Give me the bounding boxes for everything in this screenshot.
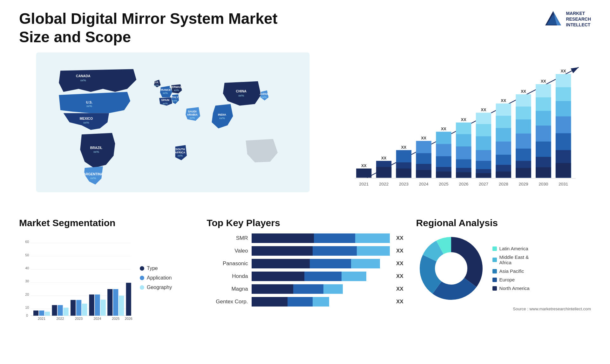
europe-label: Europe [499, 277, 515, 282]
donut-chart [416, 233, 486, 303]
bottom-section: Market Segmentation 60 50 40 30 20 10 0 [19, 218, 591, 338]
svg-text:XX: XX [461, 118, 466, 122]
svg-text:ARABIA: ARABIA [187, 113, 198, 116]
europe-dot [492, 278, 497, 282]
svg-text:40: 40 [25, 266, 29, 270]
svg-rect-140 [82, 304, 87, 316]
regional-content: Latin America Middle East &Africa Asia P… [416, 233, 591, 303]
svg-rect-102 [556, 163, 571, 178]
latin-america-dot [492, 246, 497, 251]
svg-text:xx%: xx% [178, 154, 183, 157]
player-honda: Honda XX [207, 272, 403, 281]
player-smr-value: XX [396, 235, 403, 241]
player-honda-name: Honda [207, 273, 248, 280]
svg-text:xx%: xx% [93, 150, 99, 153]
player-smr-name: SMR [207, 235, 248, 241]
svg-text:XX: XX [421, 136, 426, 140]
svg-rect-44 [396, 169, 411, 178]
legend-europe: Europe [492, 277, 530, 282]
svg-text:2025: 2025 [112, 317, 119, 320]
player-gentex-name: Gentex Corp. [207, 299, 248, 305]
svg-text:GERMANY: GERMANY [170, 85, 184, 89]
svg-point-157 [435, 253, 467, 284]
svg-text:ITALY: ITALY [171, 96, 179, 99]
svg-text:xx%: xx% [80, 78, 86, 82]
regional-legend: Latin America Middle East &Africa Asia P… [492, 246, 530, 291]
svg-text:JAPAN: JAPAN [260, 92, 269, 96]
svg-rect-144 [101, 300, 106, 316]
svg-text:50: 50 [25, 253, 29, 257]
legend-application: Application [140, 275, 181, 281]
segmentation-title: Market Segmentation [19, 218, 194, 228]
svg-rect-62 [456, 172, 471, 178]
svg-text:2027: 2027 [479, 182, 488, 186]
svg-text:XX: XX [501, 98, 506, 103]
legend-geography: Geography [140, 285, 181, 290]
svg-rect-138 [71, 300, 76, 316]
svg-text:XX: XX [441, 127, 446, 131]
player-magna-value: XX [396, 286, 403, 292]
player-gentex-value: XX [396, 299, 403, 305]
svg-text:INDIA: INDIA [218, 113, 226, 116]
page-title: Global Digital Mirror System Market Size… [19, 10, 305, 46]
svg-rect-131 [39, 311, 44, 316]
svg-text:2022: 2022 [57, 317, 64, 320]
legend-type: Type [140, 266, 181, 271]
svg-text:XX: XX [481, 108, 486, 112]
svg-rect-150 [126, 283, 131, 316]
player-valeo: Valeo XX [207, 246, 403, 256]
player-honda-bar [252, 272, 390, 281]
legend-mea: Middle East &Africa [492, 254, 530, 265]
svg-text:xx%: xx% [172, 99, 178, 102]
svg-text:2023: 2023 [75, 317, 83, 320]
players-title: Top Key Players [207, 218, 403, 228]
svg-text:2024: 2024 [419, 182, 429, 186]
geography-dot [140, 285, 144, 290]
svg-text:2022: 2022 [379, 182, 389, 186]
svg-text:SPAIN: SPAIN [161, 98, 169, 102]
svg-text:10: 10 [25, 306, 29, 309]
page: Global Digital Mirror System Market Size… [0, 0, 610, 364]
mea-dot [492, 258, 497, 262]
svg-text:xx%: xx% [86, 104, 92, 108]
player-valeo-name: Valeo [207, 248, 248, 254]
player-smr: SMR XX [207, 233, 403, 243]
latin-america-label: Latin America [499, 246, 528, 251]
svg-text:xx%: xx% [219, 117, 225, 120]
world-map: CANADA xx% U.S. xx% MEXICO xx% BRAZIL xx… [19, 52, 327, 192]
type-dot [140, 266, 144, 271]
svg-rect-147 [113, 289, 118, 316]
regional-section: Regional Analysis [416, 218, 591, 338]
svg-rect-146 [107, 289, 112, 316]
svg-text:SOUTH: SOUTH [175, 148, 185, 151]
svg-text:2024: 2024 [94, 317, 101, 320]
svg-rect-70 [476, 173, 491, 178]
svg-text:2023: 2023 [399, 182, 409, 186]
bar-seg-2 [314, 233, 355, 243]
svg-text:xx%: xx% [163, 102, 168, 105]
svg-text:2021: 2021 [38, 317, 45, 320]
svg-text:xx%: xx% [238, 94, 244, 97]
north-america-dot [492, 286, 497, 291]
svg-text:MEXICO: MEXICO [80, 117, 93, 121]
svg-text:60: 60 [25, 240, 29, 244]
svg-rect-143 [95, 294, 100, 316]
svg-rect-142 [89, 294, 94, 316]
svg-text:xx%: xx% [163, 91, 168, 95]
svg-text:0: 0 [26, 313, 28, 317]
segmentation-chart: 60 50 40 30 20 10 0 [19, 233, 194, 322]
svg-rect-134 [52, 305, 57, 316]
svg-text:U.K.: U.K. [154, 81, 159, 84]
svg-text:ARGENTINA: ARGENTINA [83, 172, 103, 176]
source-text: Source : www.marketresearchintellect.com [416, 307, 591, 311]
svg-text:SAUDI: SAUDI [188, 110, 197, 113]
application-dot [140, 276, 144, 280]
svg-text:2026: 2026 [125, 317, 132, 320]
svg-text:FRANCE: FRANCE [159, 88, 171, 91]
asia-pacific-label: Asia Pacific [499, 268, 524, 274]
top-section: CANADA xx% U.S. xx% MEXICO xx% BRAZIL xx… [19, 52, 591, 205]
legend-north-america: North America [492, 286, 530, 291]
svg-text:2028: 2028 [499, 182, 508, 186]
legend-asia-pacific: Asia Pacific [492, 268, 530, 274]
type-label: Type [147, 266, 158, 271]
